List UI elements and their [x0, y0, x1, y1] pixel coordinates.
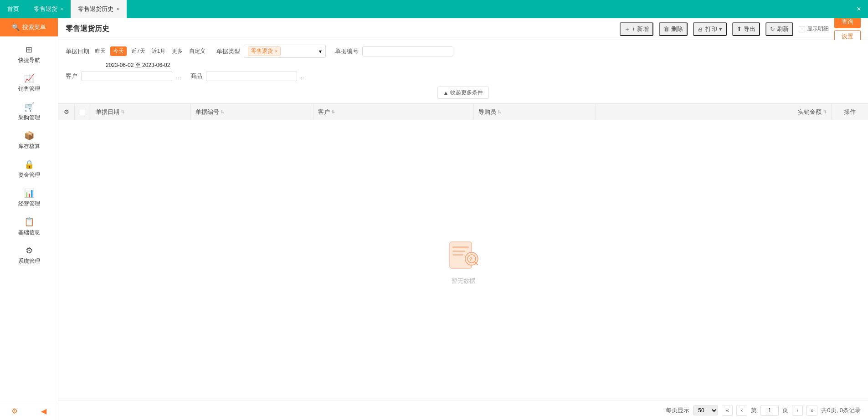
sidebar-menu: ⊞ 快捷导航 📈 销售管理 🛒 采购管理 📦 库存核算 🔒 资金管理 📊	[0, 36, 58, 402]
date-btn-1month[interactable]: 近1月	[150, 46, 168, 56]
filter-row-date-range: 2023-06-02 至 2023-06-02	[66, 61, 861, 69]
customer-filter: 客户 ...	[66, 71, 181, 81]
date-btn-custom[interactable]: 自定义	[187, 46, 207, 56]
type-filter-select[interactable]: 零售退货 × ▾	[244, 45, 326, 58]
tab-retail-return-history-label: 零售退货历史	[78, 5, 113, 13]
settings-bottom-icon[interactable]: ⚙	[11, 407, 18, 415]
date-btn-group: 昨天 今天 近7天 近1月 更多 自定义	[93, 46, 207, 56]
customer-dots: ...	[176, 72, 181, 80]
th-amount-sort: ⇅	[823, 109, 827, 114]
finance-icon: 🔒	[24, 159, 34, 169]
th-guide-sort: ⇅	[498, 109, 501, 114]
per-page-select[interactable]: 50 100 200	[693, 405, 718, 415]
sidebar-item-inventory[interactable]: 📦 库存核算	[0, 126, 58, 155]
no-filter-label: 单据编号	[335, 47, 359, 56]
sidebar-item-system[interactable]: ⚙ 系统管理	[0, 241, 58, 270]
no-filter: 单据编号	[335, 46, 453, 56]
type-tag: 零售退货 ×	[248, 46, 281, 56]
th-operation-label: 操作	[844, 108, 856, 116]
sidebar-search-label: 搜索菜单	[22, 23, 46, 31]
th-no-sort: ⇅	[221, 109, 224, 114]
page-title: 零售退货历史	[66, 24, 109, 34]
sidebar-item-sales[interactable]: 📈 销售管理	[0, 69, 58, 97]
th-amount-label: 实销金额	[798, 108, 822, 116]
date-btn-yesterday[interactable]: 昨天	[93, 46, 108, 56]
show-detail-checkbox[interactable]	[799, 26, 805, 32]
page-number-input[interactable]	[760, 405, 779, 416]
tab-home-label: 首页	[7, 5, 19, 13]
type-tag-close[interactable]: ×	[275, 49, 277, 54]
page-header: 零售退货历史 ＋ + 新增 🗑 删除 🖨 打印 ▾ ⬆ 导出	[58, 18, 868, 40]
tab-home[interactable]: 首页	[0, 0, 26, 18]
th-customer[interactable]: 客户 ⇅	[313, 104, 473, 120]
query-button[interactable]: 查询	[834, 18, 861, 28]
th-no[interactable]: 单据编号 ⇅	[191, 104, 313, 120]
goods-filter-input[interactable]	[206, 71, 297, 81]
sidebar-search-button[interactable]: 🔍 搜索菜单	[0, 18, 58, 36]
sidebar-item-finance-label: 资金管理	[18, 171, 40, 179]
sidebar-item-system-label: 系统管理	[18, 257, 40, 265]
first-page-button[interactable]: «	[722, 405, 733, 416]
page-label: 第	[751, 406, 757, 415]
inventory-icon: 📦	[24, 131, 34, 141]
th-customer-label: 客户	[318, 108, 330, 116]
date-btn-today[interactable]: 今天	[110, 46, 127, 56]
tab-retail-return-label: 零售退货	[34, 5, 57, 13]
query-set-group: 查询 设置	[834, 18, 861, 43]
add-button[interactable]: ＋ + 新增	[620, 22, 653, 36]
sidebar-item-quicknav[interactable]: ⊞ 快捷导航	[0, 40, 58, 69]
date-range-text: 2023-06-02 至 2023-06-02	[106, 61, 170, 69]
sidebar-bottom: ⚙ ◀	[0, 402, 58, 420]
page-actions: ＋ + 新增 🗑 删除 🖨 打印 ▾ ⬆ 导出 ↻	[620, 18, 861, 43]
date-btn-7days[interactable]: 近7天	[129, 46, 147, 56]
refresh-button[interactable]: ↻ 刷新	[765, 22, 793, 36]
filter-row-2: 客户 ... 商品 ...	[66, 71, 861, 81]
table-header: ⚙ 单据日期 ⇅ 单据编号 ⇅ 客户 ⇅ 导购员	[58, 104, 868, 120]
th-date[interactable]: 单据日期 ⇅	[91, 104, 191, 120]
sidebar-item-operations-label: 经营管理	[18, 200, 40, 208]
type-filter-label: 单据类型	[216, 47, 240, 56]
th-settings[interactable]: ⚙	[58, 104, 75, 120]
svg-rect-2	[452, 251, 465, 252]
date-btn-more[interactable]: 更多	[170, 46, 185, 56]
empty-state: ? 暂无数据	[58, 120, 868, 400]
tab-retail-return-history[interactable]: 零售退货历史 ×	[71, 0, 127, 18]
th-amount[interactable]: 实销金额 ⇅	[596, 104, 832, 120]
per-page-label: 每页显示	[666, 406, 689, 415]
sidebar-item-purchase[interactable]: 🛒 采购管理	[0, 97, 58, 126]
empty-text: 暂无数据	[452, 277, 475, 285]
date-filter-label: 单据日期	[66, 47, 89, 56]
last-page-button[interactable]: »	[806, 405, 817, 416]
th-checkbox[interactable]	[75, 104, 91, 120]
system-icon: ⚙	[26, 246, 33, 256]
next-page-button[interactable]: ›	[792, 405, 803, 416]
tab-retail-return-close[interactable]: ×	[60, 6, 63, 12]
no-filter-input[interactable]	[362, 46, 453, 56]
tab-retail-return[interactable]: 零售退货 ×	[26, 0, 71, 18]
main-layout: 🔍 搜索菜单 ⊞ 快捷导航 📈 销售管理 🛒 采购管理 📦 库存核算 🔒	[0, 18, 868, 420]
header-checkbox[interactable]	[80, 109, 86, 115]
filter-row-1: 单据日期 昨天 今天 近7天 近1月 更多 自定义 单据类型	[66, 45, 861, 58]
show-detail-label[interactable]: 显示明细	[799, 25, 829, 33]
tab-retail-return-history-close[interactable]: ×	[116, 6, 119, 12]
type-dropdown-icon: ▾	[319, 48, 322, 55]
collapse-button[interactable]: ▲ 收起更多条件	[437, 87, 489, 99]
table-area: ⚙ 单据日期 ⇅ 单据编号 ⇅ 客户 ⇅ 导购员	[58, 104, 868, 400]
date-filter: 单据日期 昨天 今天 近7天 近1月 更多 自定义	[66, 46, 207, 56]
prev-page-button[interactable]: ‹	[736, 405, 747, 416]
top-nav: 首页 零售退货 × 零售退货历史 × ×	[0, 0, 868, 18]
refresh-icon: ↻	[770, 26, 775, 32]
sidebar-item-finance[interactable]: 🔒 资金管理	[0, 155, 58, 184]
sidebar-item-operations[interactable]: 📊 经营管理	[0, 184, 58, 212]
customer-filter-input[interactable]	[81, 71, 172, 81]
collapse-sidebar-icon[interactable]: ◀	[41, 407, 46, 415]
print-button[interactable]: 🖨 打印 ▾	[693, 22, 727, 36]
sidebar-item-baseinfo[interactable]: 📋 基础信息	[0, 212, 58, 241]
export-button[interactable]: ⬆ 导出	[732, 22, 760, 36]
th-guide[interactable]: 导购员 ⇅	[474, 104, 596, 120]
sidebar: 🔍 搜索菜单 ⊞ 快捷导航 📈 销售管理 🛒 采购管理 📦 库存核算 🔒	[0, 18, 58, 420]
delete-button[interactable]: 🗑 删除	[659, 22, 688, 36]
window-close-button[interactable]: ×	[850, 0, 868, 18]
goods-filter: 商品 ...	[190, 71, 306, 81]
operations-icon: 📊	[24, 188, 34, 198]
